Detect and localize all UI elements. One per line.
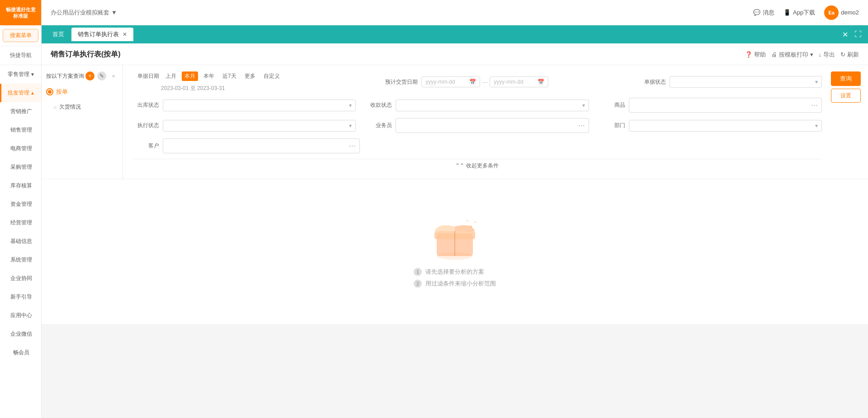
help-label: 帮助 — [754, 51, 766, 59]
customer-input[interactable]: ··· — [163, 138, 360, 153]
template-print-label: 按模板打印 — [779, 51, 808, 59]
scheme-item-overdue[interactable]: ○ 欠货情况 — [42, 100, 123, 114]
filter-form: 单据日期 上月 本月 本年 近7天 更多 自定义 — [123, 65, 831, 179]
sidebar-item-member[interactable]: 畅会员 — [0, 343, 41, 362]
date-tab-more[interactable]: 更多 — [242, 71, 258, 81]
field-payment-status: 收款状态 ▾ — [365, 100, 589, 111]
sidebar-item-finance[interactable]: 资金管理 — [0, 195, 41, 214]
tab-close-window-button[interactable]: ✕ — [840, 28, 850, 41]
template-print-action[interactable]: 🖨 按模板打印 ▾ — [771, 51, 813, 59]
salesperson-label: 业务员 — [365, 122, 392, 129]
filter-actions: 查询 设置 — [831, 65, 868, 179]
filter-row-4: 客户 ··· — [132, 138, 822, 153]
sidebar-item-wechat[interactable]: 企业微信 — [0, 325, 41, 343]
date-tab-this-year[interactable]: 本年 — [201, 71, 217, 81]
top-header: 办公用品行业模拟账套 ▼ 💬 消息 📱 App下载 Ea demo2 — [42, 0, 868, 25]
date-tab-7days[interactable]: 近7天 — [220, 71, 239, 81]
refresh-action[interactable]: ↻ 刷新 — [840, 51, 859, 59]
sidebar-item-appstore[interactable]: 应用中心 — [0, 306, 41, 325]
header-right: 💬 消息 📱 App下载 Ea demo2 — [753, 5, 859, 20]
hint1-number: 1 — [414, 268, 422, 276]
date-placeholder-start: yyyy-mm-dd — [425, 79, 455, 85]
page-content: 销售订单执行表(按单) ❓ 帮助 🖨 按模板打印 ▾ ↓ 导出 — [42, 43, 868, 418]
scheme-add-icon[interactable]: + — [85, 71, 94, 81]
payment-status-select[interactable]: ▾ — [396, 100, 589, 111]
sidebar-menu: 零售管理▼批发管理▲营销推广销售管理电商管理采购管理库存核算资金管理经营管理基础… — [0, 65, 41, 418]
app-download-action[interactable]: 📱 App下载 — [783, 9, 815, 17]
print-icon: 🖨 — [771, 51, 777, 58]
exec-status-select[interactable]: ▾ — [163, 120, 356, 132]
field-expected-date: 预计交货日期 yyyy-mm-dd 📅 — yyyy-mm-dd 📅 — [385, 76, 629, 87]
breadcrumb-text: 办公用品行业模拟账套 — [51, 9, 109, 17]
sidebar-item-shortcut[interactable]: 快捷导航 — [0, 49, 41, 62]
sidebar-item-sales[interactable]: 销售管理 — [0, 121, 41, 139]
sidebar-item-retail[interactable]: 零售管理▼ — [0, 65, 41, 84]
message-action[interactable]: 💬 消息 — [753, 9, 774, 17]
delivery-select-arrow-icon: ▾ — [349, 102, 352, 109]
date-tab-custom[interactable]: 自定义 — [261, 71, 283, 81]
scheme-panel: 按以下方案查询 + ✎ « — [42, 65, 123, 179]
avatar: Ea — [824, 5, 839, 20]
field-order-status: 单据状态 ▾ — [639, 76, 822, 88]
calendar-icon-start: 📅 — [469, 79, 476, 85]
message-label: 消息 — [763, 9, 774, 17]
logo-text: 畅捷通好生意 — [6, 6, 36, 13]
scheme-collapse-icon[interactable]: « — [109, 71, 118, 81]
settings-button[interactable]: 设置 — [831, 89, 861, 103]
delivery-status-select[interactable]: ▾ — [163, 100, 356, 111]
hint1-text: 请先选择要分析的方案 — [425, 268, 484, 276]
hint2-number: 2 — [414, 280, 422, 288]
breadcrumb-dropdown[interactable]: 办公用品行业模拟账套 ▼ — [51, 9, 117, 17]
date-tab-last-month[interactable]: 上月 — [163, 71, 179, 81]
sidebar-item-guide[interactable]: 新手引导 — [0, 288, 41, 306]
goods-input[interactable]: ··· — [629, 98, 822, 113]
svg-point-4 — [469, 225, 472, 228]
exec-select-arrow-icon: ▾ — [349, 123, 352, 129]
sidebar-item-marketing[interactable]: 营销推广 — [0, 102, 41, 121]
svg-point-5 — [474, 221, 476, 223]
date-label: 单据日期 — [132, 72, 159, 80]
payment-select-arrow-icon: ▾ — [582, 102, 585, 109]
tab-sales-order-exec[interactable]: 销售订单执行表 ✕ — [71, 28, 133, 41]
user-profile[interactable]: Ea demo2 — [824, 5, 859, 20]
sidebar-item-basic[interactable]: 基础信息 — [0, 232, 41, 251]
sidebar-item-operation[interactable]: 经营管理 — [0, 214, 41, 232]
sidebar-item-purchase[interactable]: 采购管理 — [0, 158, 41, 176]
tab-home[interactable]: 首页 — [46, 28, 71, 41]
scheme-edit-icon[interactable]: ✎ — [97, 71, 106, 81]
filter-row-3: 执行状态 ▾ 业务员 ··· — [132, 118, 822, 133]
search-menu-button[interactable]: 搜索菜单 — [3, 29, 38, 42]
exec-status-label: 执行状态 — [132, 122, 159, 129]
department-select[interactable]: ▾ — [629, 120, 822, 132]
sidebar: 畅捷通好生意 标准版 搜索菜单 快捷导航 零售管理▼批发管理▲营销推广销售管理电… — [0, 0, 42, 418]
expected-date-end-input[interactable]: yyyy-mm-dd 📅 — [490, 76, 548, 87]
salesperson-input[interactable]: ··· — [396, 118, 589, 133]
scheme-header-label: 按以下方案查询 — [46, 72, 84, 80]
sidebar-item-inventory[interactable]: 库存核算 — [0, 176, 41, 195]
sidebar-item-cooperation[interactable]: 企业协同 — [0, 269, 41, 288]
empty-state: 1 请先选择要分析的方案 2 用过滤条件来缩小分析范围 — [42, 179, 868, 324]
sidebar-item-wholesale[interactable]: 批发管理▲ — [0, 84, 41, 102]
sidebar-logo: 畅捷通好生意 标准版 — [0, 0, 41, 25]
help-action[interactable]: ❓ 帮助 — [745, 51, 766, 59]
query-button[interactable]: 查询 — [831, 71, 861, 86]
status-select-arrow-icon: ▾ — [815, 79, 818, 85]
app-icon: 📱 — [783, 9, 791, 16]
date-tab-this-month[interactable]: 本月 — [182, 71, 198, 81]
collapse-arrow-icon: ⌃⌃ — [455, 162, 466, 169]
export-action[interactable]: ↓ 导出 — [819, 51, 835, 59]
scheme-item-by-order[interactable]: 按单 — [42, 84, 123, 100]
order-status-select[interactable]: ▾ — [670, 76, 822, 88]
scheme-item-label: 按单 — [56, 88, 68, 96]
sidebar-nav: 快捷导航 — [0, 46, 41, 65]
refresh-icon: ↻ — [840, 51, 845, 58]
username-label: demo2 — [841, 9, 859, 16]
expected-date-start-input[interactable]: yyyy-mm-dd 📅 — [421, 76, 480, 87]
tab-close-icon[interactable]: ✕ — [123, 31, 127, 38]
tab-fullscreen-button[interactable]: ⛶ — [853, 28, 863, 40]
expected-date-label: 预计交货日期 — [385, 78, 418, 86]
collapse-more-conditions[interactable]: ⌃⌃ 收起更多条件 — [132, 159, 822, 172]
sidebar-item-ecommerce[interactable]: 电商管理 — [0, 139, 41, 158]
hint2-text: 用过滤条件来缩小分析范围 — [425, 280, 496, 288]
sidebar-item-system[interactable]: 系统管理 — [0, 251, 41, 269]
